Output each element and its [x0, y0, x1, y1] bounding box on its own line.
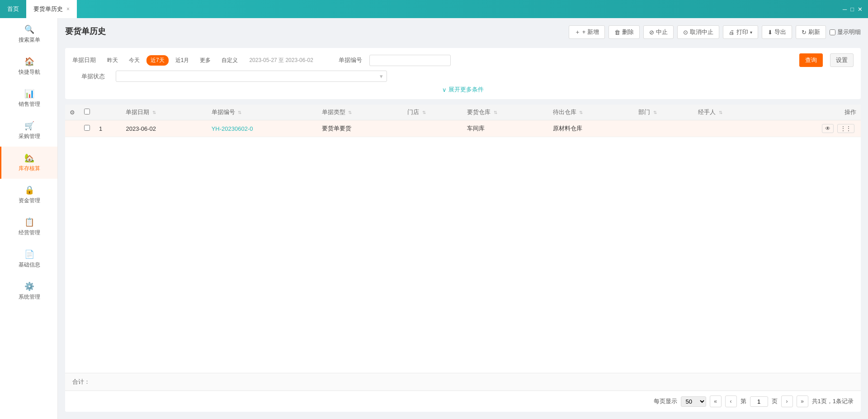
- query-button[interactable]: 查询: [799, 53, 823, 67]
- sidebar-item-system-mgmt-label: 系统管理: [19, 293, 40, 301]
- refresh-icon: ↻: [802, 29, 807, 36]
- export-icon: ⬇: [768, 29, 773, 36]
- col-handler-label: 经手人: [698, 109, 716, 115]
- prev-page-btn[interactable]: ‹: [725, 395, 737, 407]
- table-footer: 合计：: [65, 373, 861, 390]
- sales-mgmt-icon: 📊: [24, 89, 34, 99]
- new-button[interactable]: ＋ + 新增: [569, 25, 605, 39]
- stop-icon: ⊘: [649, 29, 654, 36]
- sidebar: 🔍 搜索菜单 🏠 快捷导航 📊 销售管理 🛒 采购管理 🏡 库存核算 🔒 资金管…: [0, 18, 58, 419]
- new-label: + 新增: [582, 28, 599, 36]
- row-pending-warehouse-cell: 原材料仓库: [548, 120, 634, 137]
- col-store-label: 门店: [407, 109, 419, 115]
- maximize-icon[interactable]: □: [850, 6, 854, 13]
- doc-number-link[interactable]: YH-20230602-0: [212, 125, 253, 132]
- print-button[interactable]: 🖨 打印 ▾: [723, 25, 758, 39]
- row-more-btn[interactable]: ⋮⋮: [837, 124, 854, 133]
- display-detail-wrapper: 显示明细: [830, 28, 861, 36]
- settings-button[interactable]: 设置: [830, 53, 854, 67]
- tab-requisition-history[interactable]: 要货单历史 ×: [26, 0, 77, 18]
- col-doc-number[interactable]: 单据编号 ⇅: [207, 105, 317, 120]
- sidebar-item-quick-nav[interactable]: 🏠 快捷导航: [0, 50, 57, 82]
- col-pending-warehouse-sort-icon: ⇅: [579, 110, 583, 115]
- date-btn-last7days[interactable]: 近7天: [146, 55, 169, 66]
- sidebar-item-finance-mgmt[interactable]: 🔒 资金管理: [0, 179, 57, 211]
- sidebar-item-purchase-mgmt[interactable]: 🛒 采购管理: [0, 114, 57, 147]
- search-menu-icon: 🔍: [24, 24, 34, 34]
- page-input[interactable]: [750, 396, 768, 407]
- col-doc-date-sort-icon: ⇅: [152, 110, 156, 115]
- date-range-display: 2023-05-27 至 2023-06-02: [249, 57, 313, 64]
- col-settings[interactable]: ⚙: [65, 105, 80, 120]
- col-store[interactable]: 门店 ⇅: [403, 105, 462, 120]
- col-handler[interactable]: 经手人 ⇅: [693, 105, 766, 120]
- sidebar-item-system-mgmt[interactable]: ⚙️ 系统管理: [0, 275, 57, 307]
- stop-button[interactable]: ⊘ 中止: [643, 25, 674, 39]
- col-checkbox[interactable]: [80, 105, 94, 120]
- delete-button[interactable]: 🗑 删除: [609, 25, 640, 39]
- export-button[interactable]: ⬇ 导出: [762, 25, 792, 39]
- col-doc-date[interactable]: 单据日期 ⇅: [121, 105, 207, 120]
- display-detail-checkbox[interactable]: [830, 29, 835, 35]
- col-actions: 操作: [766, 105, 861, 120]
- refresh-button[interactable]: ↻ 刷新: [796, 25, 826, 39]
- col-department-label: 部门: [638, 109, 650, 115]
- date-btn-today[interactable]: 今天: [125, 55, 144, 66]
- col-pending-warehouse[interactable]: 待出仓库 ⇅: [548, 105, 634, 120]
- expand-row: ∨ 展开更多条件: [72, 86, 854, 94]
- last-page-btn[interactable]: »: [797, 395, 808, 407]
- display-detail-label: 显示明细: [837, 28, 861, 36]
- date-filter-label: 单据日期: [72, 56, 96, 64]
- select-all-checkbox[interactable]: [84, 109, 90, 114]
- page-input-prefix: 第: [741, 397, 746, 405]
- next-page-btn[interactable]: ›: [781, 395, 793, 407]
- col-doc-date-label: 单据日期: [126, 109, 149, 115]
- tab-close-icon[interactable]: ×: [66, 6, 70, 12]
- sidebar-item-sales-mgmt[interactable]: 📊 销售管理: [0, 82, 57, 114]
- row-checkbox[interactable]: [84, 125, 90, 131]
- sidebar-item-operations-mgmt-label: 经营管理: [19, 229, 40, 237]
- col-doc-number-sort-icon: ⇅: [238, 110, 241, 115]
- doc-status-select[interactable]: ▾: [116, 71, 387, 82]
- table-header-row: ⚙ 单据日期 ⇅ 单据编号 ⇅: [65, 105, 861, 120]
- col-department-sort-icon: ⇅: [653, 110, 657, 115]
- window-controls: ─ □ ✕: [837, 6, 868, 13]
- print-label: 打印: [736, 28, 748, 36]
- close-icon[interactable]: ✕: [858, 6, 863, 13]
- sidebar-item-search-menu[interactable]: 🔍 搜索菜单: [0, 18, 57, 50]
- system-mgmt-icon: ⚙️: [24, 281, 34, 291]
- doc-number-input[interactable]: [369, 55, 451, 66]
- minimize-icon[interactable]: ─: [843, 6, 847, 13]
- summary-label: 合计：: [72, 378, 90, 385]
- row-checkbox-cell[interactable]: [80, 120, 94, 137]
- col-req-warehouse[interactable]: 要货仓库 ⇅: [462, 105, 548, 120]
- date-btn-custom[interactable]: 自定义: [217, 55, 242, 66]
- cancel-stop-button[interactable]: ⊙ 取消中止: [677, 25, 719, 39]
- row-doc-number-cell[interactable]: YH-20230602-0: [207, 120, 317, 137]
- table-wrapper: ⚙ 单据日期 ⇅ 单据编号 ⇅: [65, 105, 861, 412]
- tab-home-label: 首页: [7, 5, 19, 13]
- sidebar-item-basic-info[interactable]: 📄 基础信息: [0, 243, 57, 275]
- tab-home[interactable]: 首页: [0, 0, 26, 18]
- quick-nav-icon: 🏠: [24, 57, 34, 67]
- date-btn-last1month[interactable]: 近1月: [171, 55, 193, 66]
- data-table: ⚙ 单据日期 ⇅ 单据编号 ⇅: [65, 105, 861, 137]
- sidebar-item-operations-mgmt[interactable]: 📋 经营管理: [0, 211, 57, 243]
- delete-label: 删除: [622, 28, 634, 36]
- row-doc-date-cell: 2023-06-02: [121, 120, 207, 137]
- date-btn-yesterday[interactable]: 昨天: [103, 55, 122, 66]
- col-department[interactable]: 部门 ⇅: [634, 105, 693, 120]
- new-icon: ＋: [575, 28, 580, 36]
- page-input-suffix: 页: [772, 397, 778, 405]
- table-scroll[interactable]: ⚙ 单据日期 ⇅ 单据编号 ⇅: [65, 105, 861, 373]
- col-doc-type[interactable]: 单据类型 ⇅: [317, 105, 403, 120]
- sidebar-item-quick-nav-label: 快捷导航: [19, 68, 40, 76]
- first-page-btn[interactable]: «: [710, 395, 722, 407]
- col-req-warehouse-label: 要货仓库: [467, 109, 491, 115]
- date-btn-more[interactable]: 更多: [196, 55, 215, 66]
- row-view-btn[interactable]: 👁: [822, 124, 834, 133]
- expand-more-btn[interactable]: ∨ 展开更多条件: [442, 86, 484, 94]
- sidebar-item-inventory-calc[interactable]: 🏡 库存核算: [0, 147, 57, 179]
- page-size-select[interactable]: 50 10 20 100: [681, 396, 706, 407]
- row-num-cell: 1: [94, 120, 121, 137]
